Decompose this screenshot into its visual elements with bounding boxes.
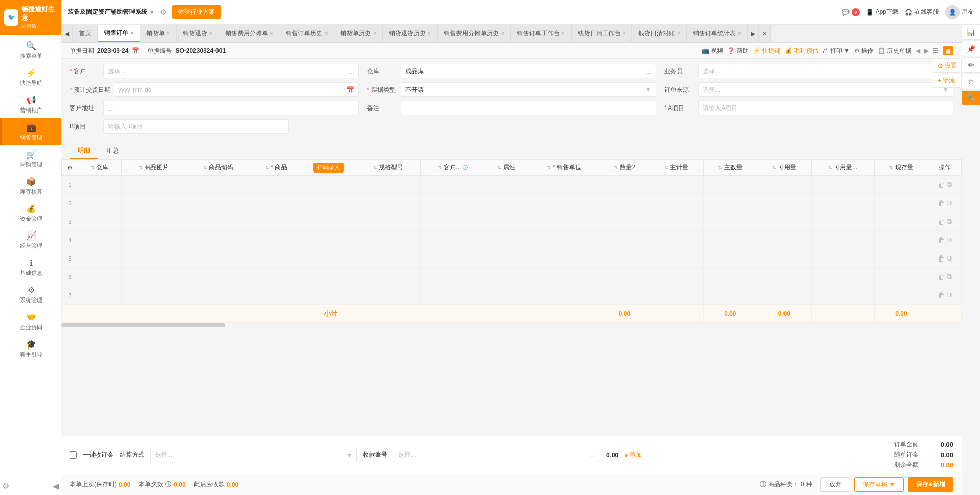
online-support-item[interactable]: 🎧 在线客服: [905, 8, 939, 16]
row-5-col-15[interactable]: [874, 249, 928, 268]
tab-item-10[interactable]: 钱货日清工作台×: [572, 25, 633, 42]
row-7-col-1[interactable]: [78, 286, 122, 305]
row-7-col-3[interactable]: [186, 286, 251, 305]
sidebar-item-9[interactable]: ⚙ 系统管理: [0, 281, 61, 308]
row-5-col-5[interactable]: [301, 249, 356, 268]
row-3-col-9[interactable]: [528, 212, 600, 231]
row-2-col-4[interactable]: [251, 194, 301, 212]
project-a-input[interactable]: 请输入A项目: [698, 101, 953, 115]
th-qty2[interactable]: ⇅ 数量2: [600, 160, 649, 176]
row-2-col-2[interactable]: [121, 194, 186, 212]
topbar-settings-icon[interactable]: ⚙: [160, 7, 167, 17]
th-main-qty[interactable]: ⇅ 主数量: [703, 160, 757, 176]
row-1-col-14[interactable]: [811, 176, 874, 194]
row-6-copy-icon[interactable]: ⧉: [947, 272, 952, 281]
row-1-col-6[interactable]: [356, 176, 421, 194]
row-4-col-13[interactable]: [757, 231, 812, 249]
row-1-col-2[interactable]: [121, 176, 186, 194]
row-4-copy-icon[interactable]: ⧉: [947, 235, 952, 244]
tab-item-7[interactable]: 销货退货历史×: [383, 25, 438, 42]
tab-item-1[interactable]: 销售订单×: [98, 25, 140, 42]
row-7-col-10[interactable]: [600, 286, 649, 305]
row-6-col-6[interactable]: [356, 268, 421, 286]
th-stock[interactable]: ⇅ 现存量: [874, 160, 928, 176]
row-5-col-2[interactable]: [121, 249, 186, 268]
order-source-input[interactable]: 选择... ▼: [698, 82, 953, 97]
row-5-delete-icon[interactable]: 🗑: [938, 254, 945, 263]
row-5-col-3[interactable]: [186, 249, 251, 268]
row-3-col-8[interactable]: [485, 212, 528, 231]
row-6-col-14[interactable]: [811, 268, 874, 286]
tab-nav-prev[interactable]: ◀: [61, 25, 73, 42]
th-settings[interactable]: ⚙: [62, 160, 78, 176]
sidebar-item-8[interactable]: ℹ 基础信息: [0, 254, 61, 281]
row-1-col-7[interactable]: [421, 176, 485, 194]
row-3-col-12[interactable]: [703, 212, 757, 231]
row-6-col-2[interactable]: [121, 268, 186, 286]
quick-checkout-checkbox[interactable]: [70, 451, 77, 459]
row-2-col-13[interactable]: [757, 194, 812, 212]
list-view-icon[interactable]: ☰: [933, 47, 939, 54]
row-6-col-8[interactable]: [485, 268, 528, 286]
row-1-col-10[interactable]: [600, 176, 649, 194]
row-7-col-5[interactable]: [301, 286, 356, 305]
row-5-col-1[interactable]: [78, 249, 122, 268]
customer-address-input[interactable]: ...: [103, 101, 359, 115]
nav-next-icon[interactable]: ▶: [924, 47, 929, 54]
row-4-col-14[interactable]: [811, 231, 874, 249]
row-2-col-5[interactable]: [301, 194, 356, 212]
row-6-col-10[interactable]: [600, 268, 649, 286]
discard-btn[interactable]: 放弃: [820, 477, 850, 492]
row-3-col-1[interactable]: [78, 212, 122, 231]
salesperson-input[interactable]: 选择... ...: [698, 64, 953, 78]
float-tool-btn[interactable]: 🔧: [962, 90, 980, 105]
row-2-delete-icon[interactable]: 🗑: [938, 199, 945, 207]
row-4-col-10[interactable]: [600, 231, 649, 249]
row-3-col-13[interactable]: [757, 212, 812, 231]
nav-prev-icon[interactable]: ◀: [916, 47, 920, 54]
tab-close-10[interactable]: ×: [623, 31, 626, 36]
customer-input[interactable]: 选择... ...: [103, 64, 359, 78]
sidebar-item-10[interactable]: 🤝 企业协同: [0, 308, 61, 335]
th-customer-code[interactable]: ⇅ 客户... ⓘ: [421, 160, 485, 176]
row-2-col-11[interactable]: [649, 194, 704, 212]
save-draft-btn[interactable]: 保存草稿 ▼: [854, 477, 904, 492]
row-6-col-11[interactable]: [649, 268, 704, 286]
tab-item-0[interactable]: 首页: [73, 25, 98, 42]
tab-close-12[interactable]: ×: [738, 31, 741, 36]
tab-item-4[interactable]: 销售费用分摊单×: [219, 25, 280, 42]
tab-close-9[interactable]: ×: [562, 31, 565, 36]
row-3-col-11[interactable]: [649, 212, 704, 231]
tab-summary[interactable]: 汇总: [98, 143, 127, 159]
row-3-col-4[interactable]: [251, 212, 301, 231]
sidebar-item-11[interactable]: 🎓 新手引导: [0, 335, 61, 362]
row-3-col-3[interactable]: [186, 212, 251, 231]
settings-icon[interactable]: ⚙: [2, 481, 9, 491]
row-5-col-10[interactable]: [600, 249, 649, 268]
row-7-col-6[interactable]: [356, 286, 421, 305]
row-2-col-1[interactable]: [78, 194, 122, 212]
row-6-col-3[interactable]: [186, 268, 251, 286]
row-5-col-14[interactable]: [811, 249, 874, 268]
row-4-col-9[interactable]: [528, 231, 600, 249]
row-1-col-13[interactable]: [757, 176, 812, 194]
tab-item-5[interactable]: 销售订单历史×: [279, 25, 334, 42]
row-4-col-1[interactable]: [78, 231, 122, 249]
row-5-col-7[interactable]: [421, 249, 485, 268]
calendar-icon[interactable]: 📅: [132, 47, 139, 54]
row-4-col-3[interactable]: [186, 231, 251, 249]
shortcut-btn[interactable]: ⚡ 快捷键: [753, 47, 780, 55]
tab-close-7[interactable]: ×: [428, 31, 431, 36]
th-unit[interactable]: ⇅ 销售单位: [528, 160, 600, 176]
row-5-col-13[interactable]: [757, 249, 812, 268]
row-2-col-8[interactable]: [485, 194, 528, 212]
row-5-col-6[interactable]: [356, 249, 421, 268]
delivery-date-input[interactable]: yyyy-mm-dd 📅: [114, 82, 359, 97]
row-4-col-15[interactable]: [874, 231, 928, 249]
row-2-col-10[interactable]: [600, 194, 649, 212]
row-6-col-12[interactable]: [703, 268, 757, 286]
sidebar-item-1[interactable]: ⚡ 快捷导航: [0, 64, 61, 91]
receipt-account-select[interactable]: 选择... ...: [394, 448, 600, 462]
row-4-col-4[interactable]: [251, 231, 301, 249]
row-1-col-9[interactable]: [528, 176, 600, 194]
